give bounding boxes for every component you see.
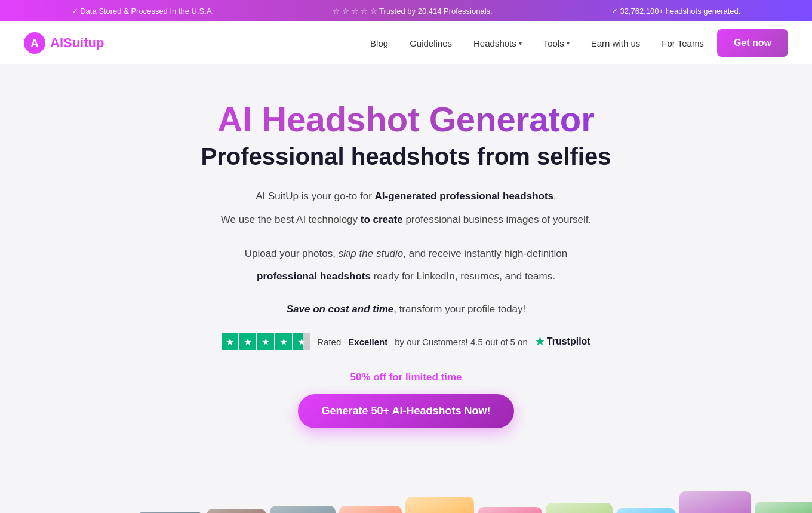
trustpilot-brand-name: Trustpilot [547,336,590,347]
headshot-8 [478,507,542,513]
headshot-12 [755,502,812,513]
headshots-chevron-icon: ▾ [519,40,522,47]
headshots-area [12,452,800,513]
headshots-grid [18,491,794,513]
limited-offer-text: 50% off for limited time [12,371,800,383]
star-3: ★ [257,333,274,350]
nav-links: Blog Guidelines Headshots ▾ Tools ▾ Earn… [362,29,788,57]
nav-link-blog[interactable]: Blog [362,33,396,53]
navbar: A AISuitup Blog Guidelines Headshots ▾ T… [0,21,812,64]
headshot-5 [270,506,336,513]
banner-check-3: ✓ 32,762,100+ headshots generated. [611,7,741,16]
nav-link-headshots[interactable]: Headshots ▾ [465,33,530,53]
generate-cta-button[interactable]: Generate 50+ AI-Headshots Now! [298,394,515,428]
hero-desc-1: AI SuitUp is your go-to for AI-generated… [215,188,597,205]
hero-desc-4: professional headshots ready for LinkedI… [215,268,597,285]
trustpilot-stars: ★ ★ ★ ★ ★ [222,333,310,350]
nav-link-earn[interactable]: Earn with us [583,33,649,53]
trust-excellent-link[interactable]: Excellent [348,337,387,347]
headshot-10 [616,508,676,513]
top-banner: ✓ Data Stored & Processed In the U.S.A. … [0,0,812,21]
get-now-button[interactable]: Get now [717,29,788,57]
banner-item-2: ☆ ☆ ☆ ☆ ☆ Trusted by 20,414 Professional… [333,7,492,16]
star-5: ★ [293,333,310,350]
hero-subtitle: Professional headshots from selfies [12,143,800,170]
trustpilot-logo-icon: ★ [535,335,545,348]
hero-desc-2: We use the best AI technology to create … [215,211,597,229]
tools-chevron-icon: ▾ [567,40,570,47]
banner-item-1: ✓ Data Stored & Processed In the U.S.A. [72,7,214,16]
nav-link-teams[interactable]: For Teams [653,33,712,53]
nav-link-guidelines[interactable]: Guidelines [401,33,460,53]
logo-text-ai: AI [50,35,63,50]
headshot-4 [207,509,266,513]
banner-check-1: ✓ Data Stored & Processed In the U.S.A. [72,7,214,16]
trust-rated-label: Rated [317,337,341,347]
headshot-6 [339,506,402,513]
banner-item-3: ✓ 32,762,100+ headshots generated. [611,7,741,16]
hero-desc-3: Upload your photos, skip the studio, and… [215,245,597,263]
star-2: ★ [239,333,256,350]
star-1: ★ [222,333,238,350]
headshot-7 [405,497,474,513]
logo-icon: A [24,32,45,54]
star-4: ★ [275,333,292,350]
main-hero: AI Headshot Generator Professional heads… [0,64,812,513]
logo-text: AISuitup [50,35,104,51]
headshot-9 [546,503,613,513]
hero-title: AI Headshot Generator [12,100,800,139]
trust-suffix: by our Customers! 4.5 out of 5 on [395,337,528,347]
banner-stars: ☆ ☆ ☆ ☆ ☆ Trusted by 20,414 Professional… [333,7,492,16]
hero-tagline: Save on cost and time, transform your pr… [12,303,800,315]
nav-link-tools[interactable]: Tools ▾ [535,33,578,53]
headshot-11 [679,491,751,513]
logo[interactable]: A AISuitup [24,32,104,54]
trustpilot-logo: ★ Trustpilot [535,335,590,348]
svg-text:A: A [31,37,39,49]
trustpilot-row: ★ ★ ★ ★ ★ Rated Excellent by our Custome… [12,333,800,350]
